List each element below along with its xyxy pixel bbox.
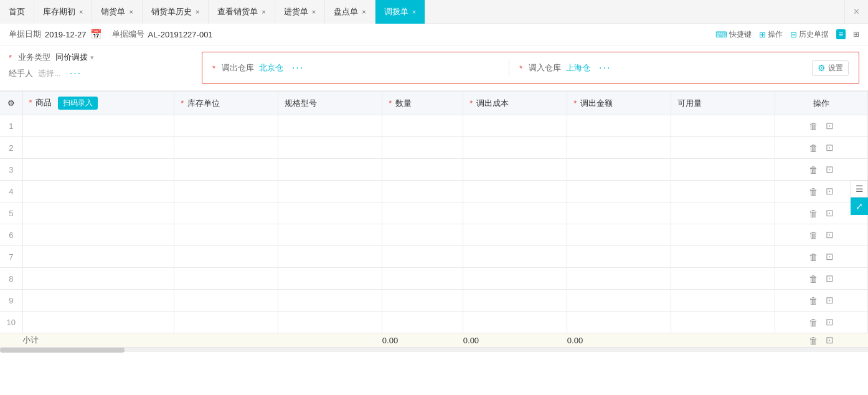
delete-btn-5[interactable]: 🗑	[808, 207, 819, 220]
cell-unit-10[interactable]	[174, 312, 278, 333]
tab-sales-order[interactable]: 销货单 ×	[92, 0, 142, 24]
cell-amount-8[interactable]	[567, 268, 671, 290]
cell-cost-7[interactable]	[463, 246, 567, 268]
grid-view-button2[interactable]: ⊞	[853, 30, 859, 39]
cell-product-1[interactable]	[22, 115, 174, 137]
scan-button[interactable]: 扫码录入	[58, 97, 98, 110]
delete-btn-6[interactable]: 🗑	[808, 229, 819, 242]
cell-amount-4[interactable]	[567, 181, 671, 202]
cell-amount-7[interactable]	[567, 246, 671, 268]
calendar-icon[interactable]: 📅	[90, 29, 102, 40]
cell-cost-1[interactable]	[463, 115, 567, 137]
cell-qty-9[interactable]	[382, 290, 463, 312]
delete-btn-2[interactable]: 🗑	[808, 141, 819, 155]
transfer-in-more-btn[interactable]: ···	[599, 62, 611, 74]
cell-avail-9[interactable]	[671, 290, 775, 312]
tab-sales-history[interactable]: 销货单历史 ×	[143, 0, 209, 24]
cell-qty-2[interactable]	[382, 137, 463, 159]
cell-cost-6[interactable]	[463, 224, 567, 246]
cell-qty-5[interactable]	[382, 202, 463, 224]
cell-unit-5[interactable]	[174, 202, 278, 224]
delete-btn-7[interactable]: 🗑	[808, 250, 819, 264]
tab-stocktake[interactable]: 盘点单 ×	[325, 0, 375, 24]
cell-product-4[interactable]	[22, 181, 174, 202]
cell-spec-3[interactable]	[278, 159, 382, 181]
history-button[interactable]: ⊟ 历史单据	[790, 29, 829, 40]
cell-spec-9[interactable]	[278, 290, 382, 312]
cell-spec-4[interactable]	[278, 181, 382, 202]
cell-amount-9[interactable]	[567, 290, 671, 312]
copy-btn-5[interactable]: ⊡	[824, 206, 835, 220]
cell-product-9[interactable]	[22, 290, 174, 312]
date-value[interactable]: 2019-12-27	[45, 30, 87, 39]
cell-cost-2[interactable]	[463, 137, 567, 159]
cell-avail-4[interactable]	[671, 181, 775, 202]
cell-product-8[interactable]	[22, 268, 174, 290]
cell-product-10[interactable]	[22, 312, 174, 333]
cell-cost-4[interactable]	[463, 181, 567, 202]
delete-btn-4[interactable]: 🗑	[808, 185, 819, 198]
delete-btn-8[interactable]: 🗑	[808, 272, 819, 285]
cell-avail-5[interactable]	[671, 202, 775, 224]
copy-btn-2[interactable]: ⊡	[824, 141, 835, 155]
copy-btn-7[interactable]: ⊡	[824, 250, 835, 264]
delete-btn-9[interactable]: 🗑	[808, 294, 819, 307]
tab-sales-order-close[interactable]: ×	[129, 8, 133, 16]
cell-cost-5[interactable]	[463, 202, 567, 224]
cell-cost-9[interactable]	[463, 290, 567, 312]
grid-view-button1[interactable]: ≡	[836, 29, 846, 39]
subtotal-copy-icon[interactable]: ⊡	[824, 333, 835, 347]
delete-btn-3[interactable]: 🗑	[808, 163, 819, 176]
cell-spec-7[interactable]	[278, 246, 382, 268]
copy-btn-10[interactable]: ⊡	[824, 315, 835, 329]
cell-product-5[interactable]	[22, 202, 174, 224]
float-list-button[interactable]: ☰	[851, 180, 868, 198]
tab-sales-history-close[interactable]: ×	[196, 8, 199, 16]
cell-qty-7[interactable]	[382, 246, 463, 268]
handler-select[interactable]: 选择...	[38, 68, 61, 79]
horizontal-scrollbar[interactable]	[0, 347, 868, 352]
cell-cost-10[interactable]	[463, 312, 567, 333]
shortcuts-button[interactable]: ⌨ 快捷键	[715, 29, 752, 40]
cell-spec-10[interactable]	[278, 312, 382, 333]
tab-view-sales[interactable]: 查看销货单 ×	[209, 0, 275, 24]
transfer-out-more-btn[interactable]: ···	[292, 62, 304, 74]
cell-unit-8[interactable]	[174, 268, 278, 290]
operations-button[interactable]: ⊞ 操作	[759, 29, 783, 40]
cell-product-2[interactable]	[22, 137, 174, 159]
cell-unit-9[interactable]	[174, 290, 278, 312]
cell-unit-7[interactable]	[174, 246, 278, 268]
tab-purchase[interactable]: 进货单 ×	[275, 0, 325, 24]
transfer-in-value[interactable]: 上海仓	[566, 62, 590, 74]
cell-spec-5[interactable]	[278, 202, 382, 224]
cell-spec-8[interactable]	[278, 268, 382, 290]
handler-more-btn[interactable]: ···	[70, 68, 82, 79]
delete-btn-10[interactable]: 🗑	[808, 316, 819, 329]
cell-amount-5[interactable]	[567, 202, 671, 224]
window-close-button[interactable]: ×	[844, 0, 868, 24]
copy-btn-8[interactable]: ⊡	[824, 272, 835, 285]
cell-amount-2[interactable]	[567, 137, 671, 159]
cell-unit-6[interactable]	[174, 224, 278, 246]
cell-avail-7[interactable]	[671, 246, 775, 268]
tab-transfer-close[interactable]: ×	[412, 8, 416, 16]
cell-unit-2[interactable]	[174, 137, 278, 159]
cell-qty-4[interactable]	[382, 181, 463, 202]
cell-spec-6[interactable]	[278, 224, 382, 246]
copy-btn-1[interactable]: ⊡	[824, 119, 835, 133]
cell-product-7[interactable]	[22, 246, 174, 268]
cell-amount-3[interactable]	[567, 159, 671, 181]
cell-product-3[interactable]	[22, 159, 174, 181]
cell-qty-3[interactable]	[382, 159, 463, 181]
cell-unit-4[interactable]	[174, 181, 278, 202]
cell-spec-2[interactable]	[278, 137, 382, 159]
settings-button[interactable]: ⚙ 设置	[812, 60, 849, 76]
cell-avail-1[interactable]	[671, 115, 775, 137]
transfer-out-value[interactable]: 北京仓	[259, 62, 283, 74]
tab-transfer[interactable]: 调拨单 ×	[375, 0, 425, 24]
tab-view-sales-close[interactable]: ×	[262, 8, 265, 16]
cell-unit-3[interactable]	[174, 159, 278, 181]
float-expand-button[interactable]: ⤢	[851, 198, 868, 215]
delete-btn-1[interactable]: 🗑	[808, 120, 819, 133]
subtotal-delete-icon[interactable]: 🗑	[808, 334, 819, 347]
